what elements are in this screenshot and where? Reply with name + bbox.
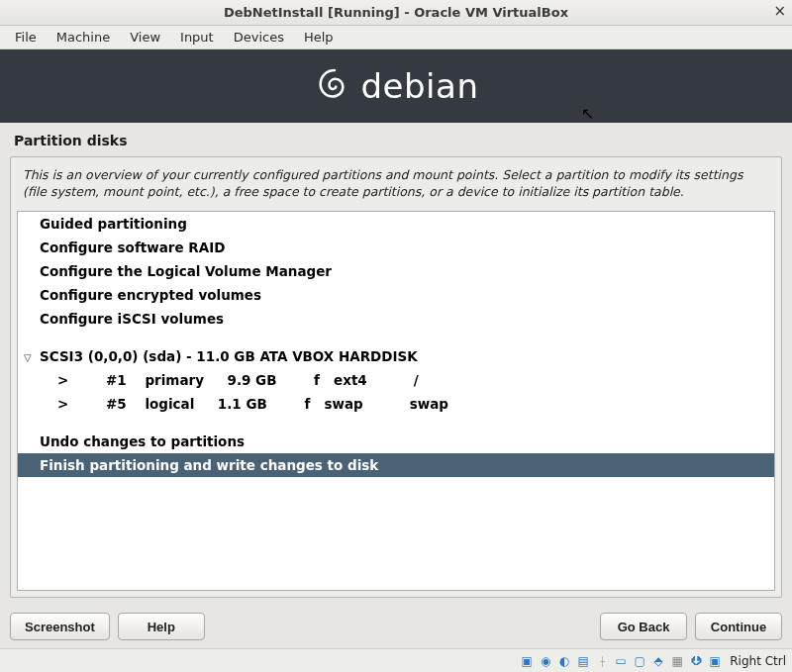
option-guided-partitioning[interactable]: Guided partitioning: [18, 212, 774, 236]
help-button[interactable]: Help: [118, 613, 205, 640]
mouse-integration-icon[interactable]: ⮋: [688, 653, 704, 669]
menu-help[interactable]: Help: [295, 28, 343, 47]
list-spacer: [18, 416, 774, 430]
screenshot-button[interactable]: Screenshot: [10, 613, 110, 640]
option-undo-changes[interactable]: Undo changes to partitions: [18, 430, 774, 453]
option-configure-lvm[interactable]: Configure the Logical Volume Manager: [18, 259, 774, 283]
window-titlebar: DebNetInstall [Running] - Oracle VM Virt…: [0, 0, 792, 26]
host-key-label: Right Ctrl: [730, 654, 786, 668]
device-sda[interactable]: SCSI3 (0,0,0) (sda) - 11.0 GB ATA VBOX H…: [18, 344, 774, 368]
cpu-icon[interactable]: ▦: [669, 653, 685, 669]
intro-text: This is an overview of your currently co…: [11, 157, 781, 211]
usb-icon[interactable]: ⟊: [594, 653, 610, 669]
footer-buttons: Screenshot Help Go Back Continue: [0, 607, 792, 646]
debian-banner: debian: [0, 49, 792, 123]
option-configure-iscsi[interactable]: Configure iSCSI volumes: [18, 307, 774, 331]
option-configure-encrypted[interactable]: Configure encrypted volumes: [18, 283, 774, 307]
shared-folders-icon[interactable]: ▭: [613, 653, 629, 669]
audio-icon[interactable]: ◐: [556, 653, 572, 669]
debian-brand-text: debian: [361, 66, 479, 106]
option-finish-partitioning[interactable]: Finish partitioning and write changes to…: [18, 453, 774, 477]
display-icon[interactable]: ▢: [632, 653, 647, 669]
list-spacer: [18, 331, 774, 344]
page-heading: Partition disks: [0, 123, 792, 156]
menu-file[interactable]: File: [6, 28, 46, 47]
close-icon[interactable]: ×: [773, 4, 786, 19]
recording-icon[interactable]: ⬘: [650, 653, 666, 669]
go-back-button[interactable]: Go Back: [600, 613, 687, 640]
menu-view[interactable]: View: [121, 28, 169, 47]
partition-1[interactable]: > #1 primary 9.9 GB f ext4 /: [18, 368, 774, 392]
menu-machine[interactable]: Machine: [48, 28, 119, 47]
continue-button[interactable]: Continue: [695, 613, 782, 640]
window-title: DebNetInstall [Running] - Oracle VM Virt…: [224, 5, 568, 20]
hard-disk-icon[interactable]: ▣: [519, 653, 535, 669]
debian-swirl-icon: [314, 65, 355, 107]
partition-listbox[interactable]: Guided partitioning Configure software R…: [17, 211, 775, 591]
menu-devices[interactable]: Devices: [225, 28, 293, 47]
optical-disk-icon[interactable]: ◉: [538, 653, 553, 669]
keyboard-capture-icon[interactable]: ▣: [707, 653, 723, 669]
menubar: File Machine View Input Devices Help: [0, 26, 792, 49]
network-icon[interactable]: ▤: [575, 653, 591, 669]
partition-5[interactable]: > #5 logical 1.1 GB f swap swap: [18, 392, 774, 416]
option-configure-raid[interactable]: Configure software RAID: [18, 236, 774, 259]
vm-statusbar: ▣ ◉ ◐ ▤ ⟊ ▭ ▢ ⬘ ▦ ⮋ ▣ Right Ctrl: [0, 648, 792, 672]
main-panel: This is an overview of your currently co…: [10, 156, 782, 598]
menu-input[interactable]: Input: [171, 28, 223, 47]
